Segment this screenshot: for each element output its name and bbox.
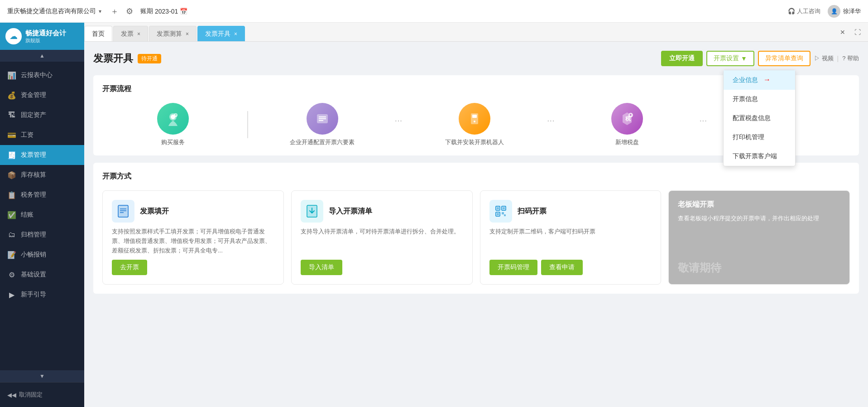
sidebar-item-jichushezhi[interactable]: ⚙ 基础设置: [0, 265, 84, 285]
top-bar-actions: ＋ ⚙: [109, 4, 135, 19]
tab-invoice-label: 发票: [121, 30, 134, 38]
activate-button[interactable]: 立即开通: [661, 51, 703, 66]
scan-invoice-button[interactable]: 开票码管理: [489, 260, 537, 275]
svg-rect-31: [497, 213, 499, 215]
avatar-icon: 👤: [831, 8, 838, 15]
company-name: 重庆畅捷交通信息咨询有限公司: [7, 7, 96, 15]
sidebar-item-fapiao[interactable]: 🧾 发票管理: [0, 145, 84, 165]
top-bar-right: 🎧 人工咨询 👤 徐泽华: [788, 5, 861, 18]
import-invoice-title: 导入开票清单: [329, 207, 372, 216]
sidebar-scroll-up-button[interactable]: ▲: [0, 50, 84, 62]
chevron-down-icon: ▾: [99, 8, 101, 15]
flow-step-1: + 购买服务: [102, 103, 244, 146]
logo-subtitle: 旗舰版: [25, 37, 66, 44]
gear-icon: ⚙: [7, 270, 16, 279]
import-invoice-desc: 支持导入待开票清单，可对待开票清单进行拆分、合并处理。: [301, 227, 463, 255]
sidebar-item-guidang[interactable]: 🗂 归档管理: [0, 225, 84, 245]
sidebar-scroll-down-button[interactable]: ▼: [0, 370, 84, 382]
svg-point-10: [474, 121, 475, 122]
top-bar: 重庆畅捷交通信息咨询有限公司 ▾ ＋ ⚙ 账期 2023-01 📅 🎧 人工咨询…: [0, 0, 868, 23]
svg-text:+: +: [629, 113, 632, 117]
flow-divider-1: [247, 111, 248, 138]
flow-step-icon-2: [307, 103, 338, 135]
methods-section: 开票方式 发票填开 支持按照发票样式手工填开发票；可开具增值税电子普通发票、增值…: [93, 163, 859, 294]
sidebar-item-label: 新手引导: [21, 291, 46, 299]
tab-invoice[interactable]: 发票 ×: [113, 26, 148, 41]
sidebar: ☁ 畅捷通好会计 旗舰版 ▲ 📊 云报表中心 💰 资金管理 🏗 固定资产: [0, 23, 84, 407]
close-button[interactable]: ✕: [836, 27, 849, 38]
flow-step-4: 税+ 新增税盘: [556, 103, 698, 146]
manual-invoice-desc: 支持按照发票样式手工填开发票；可开具增值税电子普通发票、增值税普通发票、增值税专…: [112, 227, 274, 255]
sidebar-item-jiezhang[interactable]: ✅ 结账: [0, 205, 84, 225]
sidebar-item-kucun[interactable]: 📦 库存核算: [0, 165, 84, 185]
sidebar-item-gudingzichan[interactable]: 🏗 固定资产: [0, 105, 84, 125]
dropdown-item-invoice-info[interactable]: 开票信息: [724, 90, 795, 109]
box-icon: 📦: [7, 170, 16, 179]
dropdown-item-download[interactable]: 下载开票客户端: [724, 147, 795, 166]
sidebar-item-yunbao[interactable]: 📊 云报表中心: [0, 65, 84, 85]
period-label-text: 账期: [140, 7, 153, 15]
methods-section-title: 开票方式: [102, 172, 850, 181]
help-button[interactable]: ? 帮助: [842, 54, 859, 63]
calendar-icon: 📅: [180, 8, 187, 15]
tab-invoice-issue[interactable]: 发票开具 ×: [197, 26, 245, 41]
settings-icon-button[interactable]: ⚙: [124, 5, 135, 18]
svg-text:+: +: [175, 113, 177, 117]
method-card-boss: 老板端开票 查看老板端小程序提交的开票申请，并作出相应的处理 敬请期待: [668, 190, 850, 285]
header-buttons: 立即开通 开票设置 ▼ 异常清单查询 ▷ 视频 | ? 帮助 企业信息 →: [661, 51, 859, 66]
flow-step-icon-3: [459, 103, 490, 135]
headset-icon: 🎧: [788, 8, 795, 15]
add-company-button[interactable]: ＋: [109, 4, 120, 19]
cancel-pin-button[interactable]: ◀◀ 取消固定: [0, 386, 84, 403]
dropdown-item-printer[interactable]: 打印机管理: [724, 128, 795, 147]
scan-invoice-icon: [489, 200, 512, 223]
card-icon: 💳: [7, 131, 16, 140]
method-card-import-header: 导入开票清单: [301, 200, 463, 223]
boss-invoice-title: 老板端开票: [678, 200, 714, 209]
sidebar-item-label: 云报表中心: [21, 71, 53, 79]
period-info: 账期 2023-01 📅: [140, 7, 187, 15]
play-icon: ▶: [7, 290, 16, 299]
tab-invoice-close[interactable]: ×: [137, 31, 140, 37]
method-card-manual-header: 发票填开: [112, 200, 274, 223]
tab-home-label: 首页: [92, 30, 105, 38]
tab-home[interactable]: 首页: [84, 26, 112, 41]
svg-rect-33: [504, 214, 506, 216]
sidebar-item-xinshouyin[interactable]: ▶ 新手引导: [0, 285, 84, 305]
consultant-button[interactable]: 🎧 人工咨询: [788, 7, 820, 15]
dropdown-item-label: 配置税盘信息: [733, 114, 771, 121]
tab-invoice-calc-label: 发票测算: [157, 30, 182, 38]
view-apply-button[interactable]: 查看申请: [541, 260, 583, 275]
tab-bar: 首页 发票 × 发票测算 × 发票开具 × ✕ ⛶: [84, 23, 868, 42]
sidebar-logo[interactable]: ☁ 畅捷通好会计 旗舰版: [0, 23, 84, 50]
building-icon: 🏗: [7, 111, 16, 120]
manual-invoice-button[interactable]: 去开票: [112, 260, 147, 275]
svg-rect-32: [502, 212, 504, 214]
sidebar-item-xiaochang[interactable]: 📝 小畅报销: [0, 245, 84, 265]
video-button[interactable]: ▷ 视频: [814, 54, 834, 63]
flow-arrow-4: ···: [700, 115, 707, 135]
boss-invoice-desc: 查看老板端小程序提交的开票申请，并作出相应的处理: [678, 214, 840, 252]
sidebar-item-zijin[interactable]: 💰 资金管理: [0, 85, 84, 105]
sidebar-item-label: 固定资产: [21, 111, 46, 119]
sidebar-item-label: 小畅报销: [21, 251, 46, 259]
tab-invoice-calc-close[interactable]: ×: [186, 31, 189, 37]
maximize-button[interactable]: ⛶: [851, 27, 864, 38]
company-selector[interactable]: 重庆畅捷交通信息咨询有限公司 ▾: [7, 7, 101, 15]
sidebar-item-gongzi[interactable]: 💳 工资: [0, 125, 84, 145]
exception-list-button[interactable]: 异常清单查询: [758, 51, 810, 66]
sidebar-item-label: 基础设置: [21, 271, 46, 279]
tab-invoice-calc[interactable]: 发票测算 ×: [149, 26, 197, 41]
import-invoice-button[interactable]: 导入清单: [301, 260, 342, 275]
tab-invoice-issue-close[interactable]: ×: [234, 31, 237, 37]
dropdown-item-label: 打印机管理: [733, 133, 764, 141]
dropdown-item-taxdisk[interactable]: 配置税盘信息: [724, 109, 795, 128]
logo-icon: ☁: [5, 28, 22, 44]
sidebar-item-shuiwu[interactable]: 📋 税务管理: [0, 185, 84, 205]
dropdown-item-enterprise[interactable]: 企业信息 →: [724, 70, 795, 90]
invoice-icon: 🧾: [7, 150, 16, 160]
settings-button[interactable]: 开票设置 ▼: [706, 51, 754, 66]
user-info[interactable]: 👤 徐泽华: [828, 5, 861, 18]
consultant-label: 人工咨询: [797, 7, 820, 15]
sidebar-item-label: 归档管理: [21, 231, 46, 239]
